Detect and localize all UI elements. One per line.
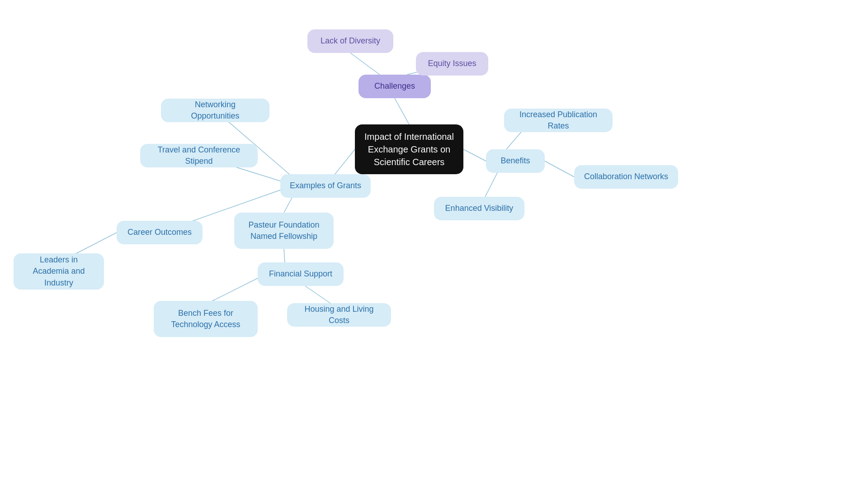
svg-line-13 bbox=[284, 249, 285, 262]
leaders-academia-node: Leaders in Academia and Industry bbox=[14, 253, 104, 290]
svg-line-14 bbox=[208, 276, 262, 303]
networking-opportunities-node: Networking Opportunities bbox=[161, 99, 269, 122]
bench-fees-node: Bench Fees for Technology Access bbox=[154, 301, 258, 337]
svg-line-3 bbox=[463, 149, 486, 161]
svg-line-1 bbox=[350, 53, 380, 75]
increased-publication-node: Increased Publication Rates bbox=[504, 109, 613, 132]
career-outcomes-node: Career Outcomes bbox=[117, 221, 203, 244]
center-node: Impact of International Exchange Grants … bbox=[355, 124, 463, 174]
collaboration-networks-node: Collaboration Networks bbox=[574, 165, 678, 189]
examples-of-grants-node: Examples of Grants bbox=[280, 174, 371, 198]
svg-line-0 bbox=[395, 98, 409, 124]
enhanced-visibility-node: Enhanced Visibility bbox=[434, 197, 524, 220]
housing-costs-node: Housing and Living Costs bbox=[287, 303, 391, 327]
financial-support-node: Financial Support bbox=[258, 262, 344, 286]
challenges-node: Challenges bbox=[359, 75, 431, 98]
travel-stipend-node: Travel and Conference Stipend bbox=[140, 144, 258, 167]
lack-of-diversity-node: Lack of Diversity bbox=[307, 29, 393, 53]
benefits-node: Benefits bbox=[486, 149, 545, 173]
pasteur-fellowship-node: Pasteur Foundation Named Fellowship bbox=[234, 213, 334, 249]
equity-issues-node: Equity Issues bbox=[416, 52, 488, 76]
svg-line-5 bbox=[545, 161, 574, 177]
